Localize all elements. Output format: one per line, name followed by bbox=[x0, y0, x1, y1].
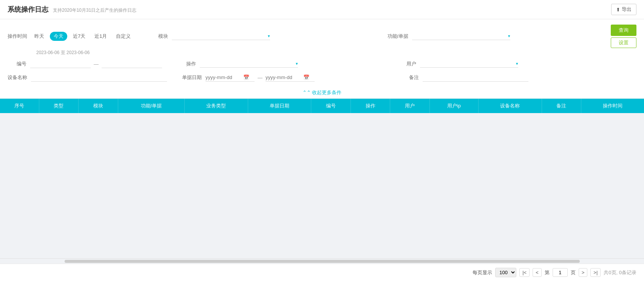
time-btn-custom[interactable]: 自定义 bbox=[113, 32, 134, 41]
col-biz-type: 业务类型 bbox=[185, 99, 248, 113]
date-to-wrap: 📅 bbox=[266, 73, 315, 82]
page-title: 系统操作日志 bbox=[8, 5, 48, 14]
calendar-from-icon[interactable]: 📅 bbox=[243, 75, 249, 80]
col-doc-date: 单据日期 bbox=[248, 99, 311, 113]
time-btn-7days[interactable]: 近7天 bbox=[69, 32, 89, 41]
col-module: 模块 bbox=[79, 99, 118, 113]
time-btn-1month[interactable]: 近1月 bbox=[91, 32, 110, 41]
feature-dropdown-arrow: ▾ bbox=[508, 34, 510, 39]
page-size-label: 每页显示 bbox=[473, 269, 492, 276]
user-dropdown-arrow: ▾ bbox=[516, 61, 518, 66]
page-number-input[interactable] bbox=[553, 268, 568, 277]
col-op-time: 操作时间 bbox=[581, 99, 644, 113]
collapse-button[interactable]: ⌃⌃ 收起更多条件 bbox=[303, 89, 342, 96]
number-field-group: 编号 — bbox=[8, 60, 162, 68]
operation-label: 操作 bbox=[177, 61, 200, 67]
first-page-button[interactable]: |< bbox=[519, 268, 530, 277]
filter-row-3: 设备名称 单据日期 📅 — 📅 bbox=[8, 73, 636, 82]
time-field-group: 操作时间 昨天 今天 近7天 近1月 自定义 bbox=[8, 32, 134, 41]
col-device: 设备名称 bbox=[478, 99, 542, 113]
filter-inner: 操作时间 昨天 今天 近7天 近1月 自定义 模块 ▾ bbox=[0, 19, 644, 82]
table-head: 序号 类型 模块 功能/单据 业务类型 单据日期 编号 操作 用户 用户ip 设… bbox=[0, 99, 644, 113]
date-from-wrap: 📅 bbox=[205, 73, 255, 82]
user-label: 用户 bbox=[390, 61, 420, 67]
data-table: 序号 类型 模块 功能/单据 业务类型 单据日期 编号 操作 用户 用户ip 设… bbox=[0, 99, 644, 113]
page-wrapper: 系统操作日志 支持2020年10月31日之后产生的操作日志 ⬆ 导出 操作时间 … bbox=[0, 0, 644, 281]
collapse-bar: ⌃⌃ 收起更多条件 bbox=[0, 87, 644, 99]
action-buttons: 查询 设置 bbox=[611, 25, 636, 48]
pagination: 每页显示 100 50 200 |< < 第 页 > >| 共0页, 0条记录 bbox=[0, 264, 644, 281]
last-page-button[interactable]: >| bbox=[590, 268, 601, 277]
date-to-input[interactable] bbox=[266, 75, 303, 80]
scroll-area[interactable] bbox=[0, 258, 644, 264]
col-operation: 操作 bbox=[351, 99, 390, 113]
operation-dropdown-arrow: ▾ bbox=[296, 61, 298, 66]
col-user-ip: 用户ip bbox=[429, 99, 478, 113]
export-label: 导出 bbox=[622, 6, 632, 13]
scroll-track bbox=[65, 260, 580, 263]
feature-dropdown[interactable]: ▾ bbox=[412, 33, 510, 40]
export-button[interactable]: ⬆ 导出 bbox=[611, 4, 636, 15]
page-label: 第 bbox=[545, 269, 550, 276]
title-area: 系统操作日志 支持2020年10月31日之后产生的操作日志 bbox=[8, 5, 136, 14]
col-code: 编号 bbox=[311, 99, 351, 113]
module-dropdown-arrow: ▾ bbox=[268, 34, 270, 39]
device-label: 设备名称 bbox=[8, 74, 31, 81]
time-range-display: 2023-06-06 至 2023-06-06 bbox=[34, 50, 636, 56]
table-wrap: 序号 类型 模块 功能/单据 业务类型 单据日期 编号 操作 用户 用户ip 设… bbox=[0, 99, 644, 258]
number-dash: — bbox=[94, 61, 99, 67]
operation-field-group: 操作 ▾ bbox=[177, 60, 378, 68]
number-input-from[interactable] bbox=[30, 60, 91, 68]
col-user: 用户 bbox=[390, 99, 429, 113]
time-label: 操作时间 bbox=[8, 33, 31, 40]
col-remark: 备注 bbox=[542, 99, 581, 113]
calendar-to-icon[interactable]: 📅 bbox=[303, 75, 309, 80]
time-btn-yesterday[interactable]: 昨天 bbox=[31, 32, 48, 41]
filter-row-1: 操作时间 昨天 今天 近7天 近1月 自定义 模块 ▾ bbox=[8, 25, 636, 48]
device-field-group: 设备名称 bbox=[8, 73, 167, 82]
module-label: 模块 bbox=[149, 33, 172, 40]
feature-field-group: 功能/单据 ▾ bbox=[382, 33, 603, 40]
col-feature: 功能/单据 bbox=[118, 99, 184, 113]
col-type: 类型 bbox=[39, 99, 78, 113]
table-header-row: 序号 类型 模块 功能/单据 业务类型 单据日期 编号 操作 用户 用户ip 设… bbox=[0, 99, 644, 113]
time-btn-today[interactable]: 今天 bbox=[50, 32, 67, 41]
time-range-text: 2023-06-06 至 2023-06-06 bbox=[36, 50, 90, 55]
number-label: 编号 bbox=[8, 61, 30, 67]
remark-input[interactable] bbox=[423, 73, 528, 82]
remark-label: 备注 bbox=[392, 74, 423, 81]
user-dropdown[interactable]: ▾ bbox=[420, 60, 518, 68]
prev-page-button[interactable]: < bbox=[533, 268, 542, 277]
operation-dropdown[interactable]: ▾ bbox=[200, 60, 298, 68]
date-dash: — bbox=[258, 75, 263, 81]
export-icon: ⬆ bbox=[616, 7, 620, 12]
filter-row-2: 编号 — 操作 ▾ 用户 bbox=[8, 60, 636, 68]
settings-button[interactable]: 设置 bbox=[611, 37, 636, 48]
collapse-label: 收起更多条件 bbox=[312, 90, 341, 95]
feature-label: 功能/单据 bbox=[382, 33, 412, 40]
time-buttons: 昨天 今天 近7天 近1月 自定义 bbox=[31, 32, 134, 41]
filter-section: 操作时间 昨天 今天 近7天 近1月 自定义 模块 ▾ bbox=[0, 19, 644, 99]
col-number: 序号 bbox=[0, 99, 39, 113]
next-page-button[interactable]: > bbox=[579, 268, 588, 277]
module-field-group: 模块 ▾ bbox=[149, 33, 371, 40]
device-input[interactable] bbox=[31, 73, 167, 82]
number-input-to[interactable] bbox=[102, 60, 162, 68]
page-size-select[interactable]: 100 50 200 bbox=[495, 268, 516, 277]
date-label: 单据日期 bbox=[182, 74, 205, 81]
page-header: 系统操作日志 支持2020年10月31日之后产生的操作日志 ⬆ 导出 bbox=[0, 0, 644, 19]
date-from-input[interactable] bbox=[205, 75, 243, 80]
user-field-group: 用户 ▾ bbox=[390, 60, 591, 68]
total-info: 共0页, 0条记录 bbox=[604, 269, 636, 276]
date-field-group: 单据日期 📅 — 📅 bbox=[182, 73, 381, 82]
page-unit: 页 bbox=[571, 269, 576, 276]
remark-field-group: 备注 bbox=[392, 73, 591, 82]
query-button[interactable]: 查询 bbox=[611, 25, 636, 36]
collapse-icon: ⌃⌃ bbox=[303, 90, 311, 95]
page-subtitle: 支持2020年10月31日之后产生的操作日志 bbox=[53, 7, 136, 14]
module-dropdown[interactable]: ▾ bbox=[172, 33, 270, 40]
